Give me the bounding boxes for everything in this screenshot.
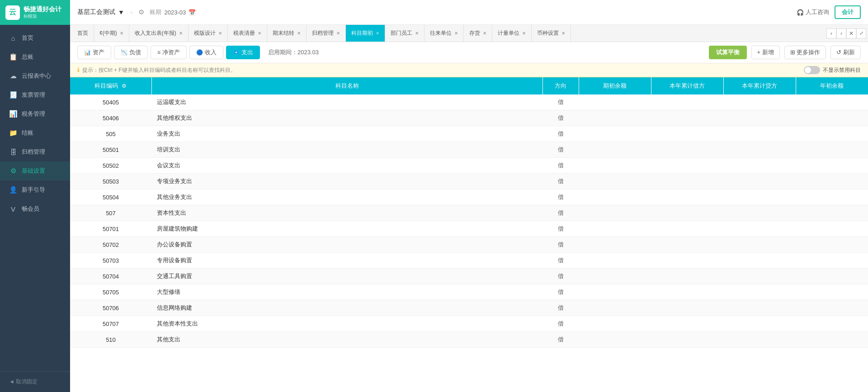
topbar-right: 🎧 人工咨询 会计 xyxy=(797,5,861,19)
cell-year-bal xyxy=(796,316,868,332)
tab-计量单位[interactable]: 计量单位 ✕ xyxy=(492,25,532,42)
calendar-icon[interactable]: 📅 xyxy=(189,9,196,16)
cell-debit xyxy=(651,332,723,348)
account-btn[interactable]: 会计 xyxy=(835,5,861,19)
tab-scroll-right[interactable]: › xyxy=(836,28,846,38)
sidebar-collapse-btn[interactable]: ◄ 取消固定 xyxy=(0,371,70,392)
tab-label: 模版设计 xyxy=(194,29,216,37)
info-icon: ℹ xyxy=(77,67,80,73)
table-row[interactable]: 50405 运温暖支出 借 xyxy=(70,94,868,110)
filter-tab-资产[interactable]: 📊资产 xyxy=(77,46,111,59)
table-row[interactable]: 50707 其他资本性支出 借 xyxy=(70,316,868,332)
sidebar-item-结账[interactable]: 📁结账 xyxy=(0,123,70,142)
table-row[interactable]: 50701 房屋建筑物购建 借 xyxy=(70,221,868,237)
sidebar-icon: ☁ xyxy=(9,72,17,80)
tab-收入支出表(年报)[interactable]: 收入支出表(年报) ✕ xyxy=(129,25,189,42)
gear-icon[interactable]: ⚙ xyxy=(122,83,127,89)
refresh-btn[interactable]: ↺ 刷新 xyxy=(830,46,861,59)
tab-部门员工[interactable]: 部门员工 ✕ xyxy=(385,25,425,42)
sidebar-item-畅会员[interactable]: V畅会员 xyxy=(0,199,70,218)
tab-¢(中期)[interactable]: ¢(中期) ✕ xyxy=(94,25,129,42)
tab-close-icon[interactable]: ✕ xyxy=(415,31,419,36)
add-btn[interactable]: + 新增 xyxy=(751,46,780,59)
cell-credit xyxy=(723,316,796,332)
hint-text-block: ℹ 提示：按Ctrl + F键并输入科目编码或者科目名称可以查找科目。 xyxy=(77,66,236,74)
table-row[interactable]: 50501 培训支出 借 xyxy=(70,142,868,158)
filter-bar-actions: 试算平衡 + 新增 ⊞ 更多操作 ↺ 刷新 xyxy=(709,46,861,59)
tab-科目期初[interactable]: 科目期初 ✕ xyxy=(346,25,385,42)
tab-归档管理[interactable]: 归档管理 ✕ xyxy=(307,25,346,42)
table-row[interactable]: 50703 专用设备购置 借 xyxy=(70,253,868,269)
sidebar-item-基础设置[interactable]: ⚙基础设置 xyxy=(0,161,70,180)
table-row[interactable]: 50406 其他维权支出 借 xyxy=(70,110,868,126)
tab-close-icon[interactable]: ✕ xyxy=(218,31,222,36)
cell-name: 其他业务支出 xyxy=(151,189,542,205)
tab-税表清册[interactable]: 税表清册 ✕ xyxy=(228,25,267,42)
tab-label: 归档管理 xyxy=(312,29,334,37)
tab-close-icon[interactable]: ✕ xyxy=(336,31,340,36)
filter-tab-负债[interactable]: 📉负债 xyxy=(114,46,148,59)
tab-存货[interactable]: 存货 ✕ xyxy=(464,25,492,42)
accounts-table: 科目编码 ⚙ 科目名称 方向 期初余额 本年累计借方 本年累计贷方 年初余额 5… xyxy=(70,77,868,348)
filter-tab-净资产[interactable]: ≡净资产 xyxy=(151,46,187,59)
filter-tab-收入[interactable]: 🔵收入 xyxy=(189,46,223,59)
help-btn[interactable]: 🎧 人工咨询 xyxy=(797,8,829,16)
settings-icon[interactable]: ⚙ xyxy=(138,8,144,16)
cell-credit xyxy=(723,174,796,189)
tab-close-icon[interactable]: ✕ xyxy=(120,31,123,36)
balance-btn[interactable]: 试算平衡 xyxy=(709,46,747,59)
col-header-name: 科目名称 xyxy=(151,77,542,94)
table-row[interactable]: 507 资本性支出 借 xyxy=(70,205,868,221)
cell-credit xyxy=(723,237,796,253)
table-row[interactable]: 510 其他支出 借 xyxy=(70,332,868,348)
tab-close-all[interactable]: ✕ xyxy=(846,28,856,38)
tab-expand[interactable]: ⤢ xyxy=(856,28,866,38)
filter-tab-支出[interactable]: 💠支出 xyxy=(226,46,260,59)
table-row[interactable]: 50704 交通工具购置 借 xyxy=(70,269,868,284)
sidebar-item-发票管理[interactable]: 🧾发票管理 xyxy=(0,85,70,104)
sidebar-icon: 🧾 xyxy=(9,91,17,99)
more-btn[interactable]: ⊞ 更多操作 xyxy=(784,46,826,59)
cell-year-bal xyxy=(796,158,868,174)
sidebar-item-总账[interactable]: 📋总账 xyxy=(0,47,70,66)
tab-close-icon[interactable]: ✕ xyxy=(561,31,565,36)
sidebar-item-税务管理[interactable]: 📊税务管理 xyxy=(0,104,70,123)
cell-dir: 借 xyxy=(542,300,579,316)
table-row[interactable]: 50702 办公设备购置 借 xyxy=(70,237,868,253)
tab-首页[interactable]: 首页 xyxy=(72,25,94,42)
app-edition: 标醒版 xyxy=(24,13,61,19)
tab-scroll-left[interactable]: ‹ xyxy=(826,28,836,38)
cell-credit xyxy=(723,110,796,126)
tab-模版设计[interactable]: 模版设计 ✕ xyxy=(189,25,228,42)
sidebar-item-归档管理[interactable]: 🗄归档管理 xyxy=(0,142,70,161)
tab-close-icon[interactable]: ✕ xyxy=(454,31,458,36)
disable-toggle[interactable] xyxy=(804,66,820,74)
table-row[interactable]: 50504 其他业务支出 借 xyxy=(70,189,868,205)
sidebar-label: 畅会员 xyxy=(22,205,39,213)
table-row[interactable]: 50706 信息网络购建 借 xyxy=(70,300,868,316)
cell-code: 50503 xyxy=(70,174,151,189)
cell-name: 培训支出 xyxy=(151,142,542,158)
cell-credit xyxy=(723,205,796,221)
tab-close-icon[interactable]: ✕ xyxy=(258,31,261,36)
tab-往来单位[interactable]: 往来单位 ✕ xyxy=(425,25,464,42)
cell-balance xyxy=(579,205,651,221)
tab-close-icon[interactable]: ✕ xyxy=(483,31,486,36)
table-row[interactable]: 505 业务支出 借 xyxy=(70,126,868,142)
table-row[interactable]: 50503 专项业务支出 借 xyxy=(70,174,868,189)
cell-year-bal xyxy=(796,221,868,237)
cell-credit xyxy=(723,332,796,348)
tab-期末结转[interactable]: 期末结转 ✕ xyxy=(267,25,307,42)
tab-close-icon[interactable]: ✕ xyxy=(376,31,379,36)
sidebar-item-新手引导[interactable]: 👤新手引导 xyxy=(0,180,70,199)
table-row[interactable]: 50502 会议支出 借 xyxy=(70,158,868,174)
tab-close-icon[interactable]: ✕ xyxy=(179,31,183,36)
sidebar-item-云报表中心[interactable]: ☁云报表中心 xyxy=(0,66,70,85)
tab-close-icon[interactable]: ✕ xyxy=(297,31,301,36)
org-selector[interactable]: 基层工会测试 ▼ xyxy=(77,8,124,16)
tab-币种设置[interactable]: 币种设置 ✕ xyxy=(532,25,571,42)
table-row[interactable]: 50705 大型修缮 借 xyxy=(70,284,868,300)
tab-close-icon[interactable]: ✕ xyxy=(522,31,526,36)
sidebar-item-首页[interactable]: ⌂首页 xyxy=(0,28,70,47)
cell-code: 50701 xyxy=(70,221,151,237)
